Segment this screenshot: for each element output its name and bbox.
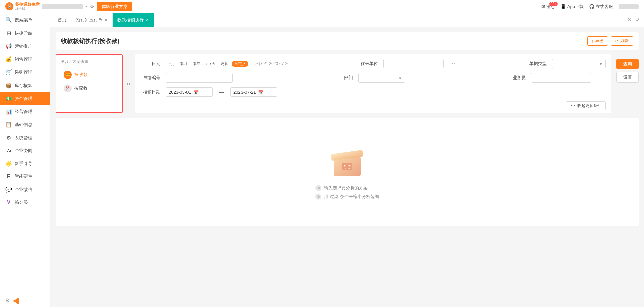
sidebar-label-quicknav: 快捷导航: [15, 30, 32, 36]
salesman-label: 业务员: [505, 75, 526, 81]
empty-hint-2-text: 用[过滤]条件来缩小分析范围: [324, 194, 379, 200]
query-actions: 查询 设置: [616, 54, 639, 113]
tab-payment-verify[interactable]: 收款核销执行 ✕: [113, 13, 154, 27]
user-name[interactable]: [619, 4, 639, 9]
verify-date-end[interactable]: 2023-07-21 📅: [230, 87, 277, 97]
service-button[interactable]: 🎧 在线客服: [589, 4, 613, 10]
dept-label: 部门: [333, 75, 353, 81]
sidebar-item-operations[interactable]: 📊 经营管理: [0, 105, 50, 118]
topbar-dropdown-arrow[interactable]: ▾: [85, 5, 87, 8]
order-type-select[interactable]: ▾: [552, 59, 606, 68]
tab-home[interactable]: 首页: [53, 13, 71, 27]
date-label: 日期: [140, 61, 160, 67]
sidebar-item-search[interactable]: 🔍 搜索菜单: [0, 13, 50, 27]
verify-date-separator: —: [219, 90, 224, 95]
app-icon: 📱: [560, 4, 566, 9]
empty-hint-2: ② 用[过滤]条件来缩小分析范围: [315, 194, 379, 200]
verify-end-cal-icon: 📅: [258, 90, 263, 95]
sidebar-collapse-icon[interactable]: ◀‖: [13, 297, 19, 304]
solution-button[interactable]: 体验行业方案: [97, 2, 132, 11]
filter-actions: ∧∧ 收起更多条件: [140, 101, 606, 110]
shortcut-last-month[interactable]: 上月: [166, 60, 176, 67]
shortcut-this-year[interactable]: 本年: [191, 60, 202, 67]
filter-option-by-payment[interactable]: 💳 按收款: [60, 68, 118, 82]
shortcut-7days[interactable]: 近7天: [204, 60, 217, 67]
operations-icon: 📊: [5, 108, 12, 115]
collab-icon: 🗂: [5, 148, 12, 154]
collapse-more-btn[interactable]: ∧∧ 收起更多条件: [566, 101, 606, 110]
sidebar-item-sales[interactable]: 💰 销售管理: [0, 53, 50, 66]
service-icon: 🎧: [589, 4, 594, 9]
tab-prepay-close[interactable]: ✕: [104, 18, 108, 22]
partner-label: 往来单位: [358, 61, 378, 67]
dept-select[interactable]: ▾: [358, 73, 405, 83]
tab-payment-label: 收款核销执行: [117, 17, 144, 23]
tab-expand-icon[interactable]: ⤢: [634, 15, 641, 24]
sidebar-item-purchase[interactable]: 🛒 采购管理: [0, 66, 50, 79]
sidebar-item-guide[interactable]: 🌟 新手引导: [0, 157, 50, 170]
search-icon: 🔍: [5, 17, 12, 23]
member-icon: V: [5, 199, 12, 205]
settings-button[interactable]: 设置: [616, 72, 639, 83]
filter-payment-icon: 💳: [64, 71, 72, 79]
purchase-icon: 🛒: [5, 69, 12, 75]
page-header: 收款核销执行(按收款) ↑ 导出 ↺ 刷新: [56, 32, 639, 50]
guide-icon: 🌟: [5, 160, 12, 167]
sidebar-label-collab: 企业协同: [15, 148, 32, 154]
order-no-input[interactable]: [166, 73, 233, 83]
tab-close-all-icon[interactable]: ✕: [626, 15, 633, 24]
filter-collapse-sidebar-btn[interactable]: ‹‹: [125, 54, 132, 113]
salesman-input[interactable]: [531, 73, 591, 83]
shortcut-this-month[interactable]: 本月: [178, 60, 189, 67]
sidebar-gear-icon[interactable]: ⚙: [5, 297, 10, 304]
export-button[interactable]: ↑ 导出: [587, 36, 608, 46]
sidebar-item-marketing[interactable]: 📢 营销推广: [0, 40, 50, 53]
sidebar-item-wechat[interactable]: 💬 企业微信: [0, 183, 50, 196]
query-button[interactable]: 查询: [616, 59, 639, 69]
empty-illustration: [327, 145, 367, 178]
filter-receivable-icon: ⏰: [64, 84, 72, 92]
tab-home-label: 首页: [58, 17, 66, 23]
message-button[interactable]: ✉ 消息 99+: [541, 4, 555, 10]
sidebar-item-system[interactable]: ⚙ 系统管理: [0, 131, 50, 144]
empty-svg: [327, 145, 367, 178]
verify-date-label: 核销日期: [140, 89, 160, 95]
basic-info-icon: 📋: [5, 121, 12, 128]
date-custom-badge[interactable]: 自定义: [232, 61, 248, 67]
tab-payment-close[interactable]: ✕: [146, 18, 149, 22]
sidebar-label-guide: 新手引导: [15, 161, 32, 167]
sidebar-item-inventory[interactable]: 📦 库存核算: [0, 79, 50, 92]
main-layout: 🔍 搜索菜单 ⊞ 快捷导航 📢 营销推广 💰 销售管理 🛒 采购管理 📦 库存核…: [0, 13, 644, 307]
date-shortcuts: 上月 本月 本年 近7天 更多 自定义: [166, 60, 248, 67]
sidebar-item-quicknav[interactable]: ⊞ 快捷导航: [0, 27, 50, 40]
refresh-button[interactable]: ↺ 刷新: [611, 36, 633, 46]
sidebar: 🔍 搜索菜单 ⊞ 快捷导航 📢 营销推广 💰 销售管理 🛒 采购管理 📦 库存核…: [0, 13, 50, 307]
topbar-company-name: [42, 4, 83, 9]
filter-option-payment-label: 按收款: [74, 72, 88, 78]
app-download-button[interactable]: 📱 App下载: [560, 4, 584, 10]
sidebar-label-member: 畅会员: [15, 199, 28, 205]
topbar: 🐰 畅捷通好生意 标准版 ▾ ⚙ 体验行业方案 ✉ 消息 99+ 📱 App下载…: [0, 0, 644, 13]
tab-prepay[interactable]: 预付冲应付单 ✕: [71, 13, 113, 27]
verify-start-value: 2023-03-01: [169, 90, 191, 95]
partner-more-btn[interactable]: ···: [452, 61, 458, 67]
verify-end-value: 2023-07-21: [233, 90, 256, 95]
sidebar-item-hardware[interactable]: 🖥 智能硬件: [0, 170, 50, 183]
shortcut-more[interactable]: 更多: [219, 60, 230, 67]
salesman-more-btn[interactable]: ···: [599, 75, 606, 81]
empty-hint-1-text: 请先选择要分析的方案: [324, 185, 368, 191]
system-icon: ⚙: [5, 135, 12, 141]
wechat-icon: 💬: [5, 186, 12, 193]
svg-point-3: [344, 165, 346, 167]
topbar-gear-icon[interactable]: ⚙: [90, 3, 94, 10]
partner-input[interactable]: [383, 59, 444, 68]
filter-option-receivable-label: 按应收: [74, 85, 88, 91]
sidebar-item-finance[interactable]: 💵 资金管理: [0, 92, 50, 105]
sidebar-item-basic-info[interactable]: 📋 基础信息: [0, 118, 50, 131]
sidebar-item-member[interactable]: V 畅会员: [0, 196, 50, 209]
verify-date-start[interactable]: 2023-03-01 📅: [166, 87, 213, 97]
inventory-icon: 📦: [5, 82, 12, 89]
sidebar-item-collab[interactable]: 🗂 企业协同: [0, 144, 50, 157]
filter-option-by-receivable[interactable]: ⏰ 按应收: [60, 82, 118, 95]
sidebar-label-hardware: 智能硬件: [15, 173, 32, 180]
